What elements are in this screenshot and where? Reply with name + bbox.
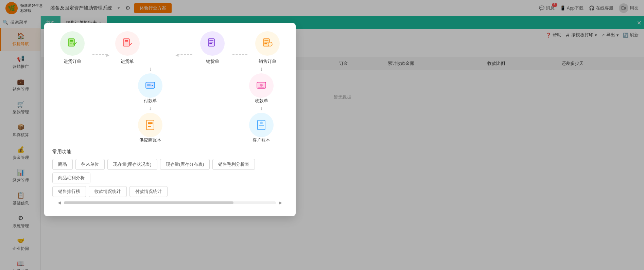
svg-rect-31 <box>259 127 263 127</box>
svg-rect-19 <box>152 85 153 86</box>
receipt-slip-label: 收款单 <box>255 98 268 104</box>
receipt-slip-icon <box>249 73 274 98</box>
payment-slip-label: 付款单 <box>144 98 157 104</box>
spacer-middle2 <box>176 104 215 143</box>
func-btn-stock-status[interactable]: 现存量(库存状况表) <box>107 159 157 170</box>
spacer-arrow3 <box>105 104 124 143</box>
customer-ledger-column: ↓ 客户账本 <box>235 104 288 143</box>
svg-rect-1 <box>70 40 73 41</box>
sales-slip-icon <box>200 31 225 56</box>
svg-point-29 <box>260 122 263 124</box>
svg-point-21 <box>260 84 263 87</box>
arrow-down-customer: ↓ <box>260 105 263 111</box>
purchase-slip-label: 进货单 <box>121 58 134 65</box>
spacer-middle <box>176 65 215 104</box>
node-purchase-order[interactable]: 进货订单 <box>52 31 92 65</box>
purchase-order-label: 进货订单 <box>64 58 81 65</box>
svg-rect-3 <box>70 43 72 43</box>
svg-rect-0 <box>68 39 74 46</box>
arrow-down-supplier: ↓ <box>149 105 152 111</box>
spacer-left2 <box>52 104 105 143</box>
svg-rect-2 <box>70 41 73 42</box>
func-buttons-row2: 销售排行榜 收款情况统计 付款情况统计 <box>52 186 288 197</box>
spacer-arrow1 <box>105 65 124 104</box>
func-btn-goods[interactable]: 商品 <box>52 159 73 170</box>
scroll-track[interactable] <box>64 201 276 204</box>
customer-ledger-icon <box>249 113 274 137</box>
spacer-arrow4 <box>216 104 236 143</box>
svg-rect-13 <box>264 40 268 41</box>
common-functions-section: 常用功能 商品 往来单位 现存量(库存状况表) 现存量(库存分布表) 销售毛利分… <box>52 149 288 197</box>
node-purchase-slip[interactable]: 进货单 <box>107 31 147 65</box>
arrow-down-payment: ↓ <box>149 66 152 72</box>
svg-rect-26 <box>148 125 151 125</box>
scroll-left-icon[interactable]: ◀ <box>58 200 61 205</box>
node-sales-order[interactable]: 销售订单 <box>247 31 288 65</box>
func-btn-payment-stats[interactable]: 付款情况统计 <box>129 186 168 197</box>
workflow-row-1: 进货订单 ▶ 进货单 <box>52 31 288 65</box>
svg-rect-18 <box>147 84 151 86</box>
func-btn-sales-gross[interactable]: 销售毛利分析表 <box>212 159 255 170</box>
svg-point-16 <box>268 42 272 46</box>
svg-rect-9 <box>209 40 213 41</box>
svg-rect-5 <box>125 40 128 41</box>
func-btn-sales-rank[interactable]: 销售排行榜 <box>52 186 86 197</box>
svg-rect-22 <box>258 87 264 88</box>
node-sales-slip[interactable]: 销货单 <box>192 31 232 65</box>
func-btn-contact[interactable]: 往来单位 <box>75 159 105 170</box>
svg-rect-6 <box>125 41 128 42</box>
svg-line-7 <box>130 43 132 45</box>
payment-slip-icon <box>138 73 162 98</box>
workflow-row-arrows: ↓ 付款单 ↓ <box>52 65 288 104</box>
purchase-order-icon <box>60 31 85 56</box>
supplier-ledger-column: ↓ 供应商账本 <box>124 104 176 143</box>
svg-rect-24 <box>148 122 153 123</box>
common-funcs-title: 常用功能 <box>52 149 288 155</box>
scroll-thumb <box>64 201 233 204</box>
arrow-down-receipt: ↓ <box>260 66 263 72</box>
func-btn-goods-gross[interactable]: 商品毛利分析 <box>52 173 90 183</box>
supplier-ledger-label: 供应商账本 <box>139 137 161 143</box>
svg-rect-10 <box>209 42 213 42</box>
svg-rect-14 <box>264 42 268 42</box>
sales-order-icon <box>255 31 280 56</box>
payment-column: ↓ 付款单 <box>124 65 176 104</box>
quick-guide-popup: 进货订单 ▶ 进货单 <box>44 23 296 216</box>
svg-rect-27 <box>148 126 151 127</box>
scroll-right-icon[interactable]: ▶ <box>279 200 282 205</box>
svg-rect-30 <box>259 125 264 126</box>
purchase-slip-icon <box>115 31 140 56</box>
customer-ledger-label: 客户账本 <box>253 137 270 143</box>
func-buttons-row1: 商品 往来单位 现存量(库存状况表) 现存量(库存分布表) 销售毛利分析表 商品… <box>52 159 288 183</box>
svg-rect-15 <box>264 43 267 44</box>
arrow-purchase-to-slip: ▶ <box>92 54 107 65</box>
workflow-diagram: 进货订单 ▶ 进货单 <box>52 31 288 143</box>
func-btn-receipt-stats[interactable]: 收款情况统计 <box>89 186 127 197</box>
supplier-ledger-icon <box>138 113 162 137</box>
spacer-left <box>52 65 105 104</box>
spacer-arrow2 <box>216 65 236 104</box>
workflow-row-ledgers: ↓ 供应商账本 ↓ <box>52 104 288 143</box>
func-btn-stock-dist[interactable]: 现存量(库存分布表) <box>160 159 210 170</box>
svg-rect-11 <box>209 43 212 44</box>
sales-order-label: 销售订单 <box>259 58 276 65</box>
popup-scrollbar: ◀ ▶ <box>52 197 288 208</box>
svg-rect-25 <box>148 123 153 124</box>
receipt-column: ↓ 收款单 <box>235 65 288 104</box>
arrow-slip-to-sales-order <box>232 54 247 65</box>
sales-slip-label: 销货单 <box>206 58 219 65</box>
arrow-sales-order-to-slip: ◀ <box>177 54 192 65</box>
svg-rect-4 <box>123 39 129 46</box>
